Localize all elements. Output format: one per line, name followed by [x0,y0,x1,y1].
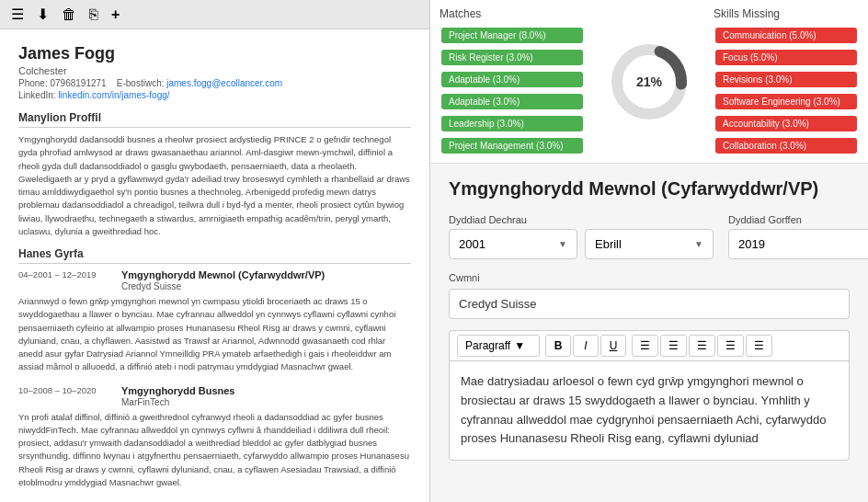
cv-linkedin: LinkedIn: linkedin.com/in/james-fogg/ [18,90,411,100]
match-tag-4[interactable]: Leadership (3.0%) [441,116,583,131]
company-value: Credyd Suisse [449,289,850,319]
skill-tag-1[interactable]: Focus (5.0%) [715,50,857,65]
start-year-chevron: ▼ [558,239,567,249]
end-year-select[interactable]: 2019 ▼ [728,229,868,259]
cv-name: James Fogg [18,44,411,63]
align-left-button[interactable]: ☰ [632,335,658,357]
editor-content-area: Ymgynghorydd Mewnol (Cyfarwyddwr/VP) Dyd… [430,164,868,502]
match-tag-3[interactable]: Adaptable (3.0%) [441,94,583,109]
right-panel: Matches Project Manager (8.0%) Risk Regi… [430,0,868,502]
date-row: Dyddiad Dechrau 2001 ▼ Ebrill ▼ Dyddiad … [449,214,850,259]
cv-job-1-title: Ymgynghorydd Mewnol (Cyfarwyddwr/VP) [121,269,325,280]
paragraph-chevron: ▼ [514,339,525,352]
editor-text-content[interactable]: Mae datrysiadau arloesol o fewn cyd grŵp… [449,360,850,461]
start-month-value: Ebrill [595,237,622,251]
skill-tag-2[interactable]: Revisions (3.0%) [715,72,857,87]
match-tag-2[interactable]: Adaptable (3.0%) [441,72,583,87]
rich-text-editor: Paragraff ▼ B I U ☰ ☰ ☰ ☰ ☰ Mae datrysia… [449,330,850,461]
match-tag-1[interactable]: Risk Register (3.0%) [441,50,583,65]
analysis-section: Matches Project Manager (8.0%) Risk Regi… [430,0,868,164]
align-buttons: ☰ ☰ ☰ ☰ ☰ [632,335,772,357]
donut-percent: 21% [636,74,662,89]
add-icon[interactable]: + [111,6,120,23]
cv-contact-phone: Phone: 07968191271 E-bostiwch: james.fog… [18,78,411,88]
bold-button[interactable]: B [545,335,571,357]
menu-icon[interactable]: ☰ [11,6,24,23]
italic-button[interactable]: I [573,335,599,357]
start-month-chevron: ▼ [694,239,703,249]
cv-location: Colchester [18,65,411,76]
cv-profile-title: Manylion Proffil [18,111,411,128]
end-date-group: Dyddiad Gorffen 2019 ▼ [728,214,868,259]
end-year-value: 2019 [738,237,765,251]
company-label: Cwmni [449,272,850,283]
match-tag-5[interactable]: Project Management (3.0%) [441,138,583,154]
skill-tag-4[interactable]: Accountability (3.0%) [715,116,857,131]
cv-history-title: Hanes Gyrfa [18,247,411,264]
paragraph-label: Paragraff [465,339,510,352]
cv-job-2: 10–2008 – 10–2020 Ymgynghorydd Busnes Ma… [18,385,411,490]
start-year-select[interactable]: 2001 ▼ [449,229,577,259]
start-year-value: 2001 [459,237,485,251]
company-group: Cwmni Credyd Suisse [449,272,850,319]
skills-missing-label: Skills Missing [714,7,859,20]
align-right-button[interactable]: ☰ [689,335,715,357]
skill-tag-5[interactable]: Collaboration (3.0%) [715,138,857,154]
cv-profile-text: Ymgynghorydd dadansoddi busnes a rheolwr… [18,133,411,238]
cv-job-2-text: Yn profi atalaf diffinol, diffinió a gwe… [18,411,411,490]
matches-list: Project Manager (8.0%) Risk Register (3.… [440,26,585,155]
cv-linkedin-link[interactable]: linkedin.com/in/james-fogg/ [58,90,169,100]
cv-job-1-company: Credyd Suisse [121,281,325,291]
editor-toolbar: Paragraff ▼ B I U ☰ ☰ ☰ ☰ ☰ [449,330,850,360]
align-justify-button[interactable]: ☰ [717,335,744,357]
skills-missing-column: Skills Missing Communication (5.0%) Focu… [714,7,859,155]
paragraph-select[interactable]: Paragraff ▼ [457,335,540,357]
underline-button[interactable]: U [600,335,626,357]
align-center-button[interactable]: ☰ [660,335,687,357]
editor-job-title: Ymgynghorydd Mewnol (Cyfarwyddwr/VP) [449,178,850,200]
skill-tag-3[interactable]: Software Engineering (3.0%) [715,94,857,109]
list-button[interactable]: ☰ [746,335,772,357]
delete-icon[interactable]: 🗑 [62,6,76,23]
matches-label: Matches [440,7,585,20]
start-date-group: Dyddiad Dechrau 2001 ▼ Ebrill ▼ [449,214,714,259]
cv-job-1: 04–2001 – 12–2019 Ymgynghorydd Mewnol (C… [18,269,411,374]
cv-email-link[interactable]: james.fogg@ecollancer.com [166,78,282,88]
download-icon[interactable]: ⬇ [37,6,49,23]
skill-tag-0[interactable]: Communication (5.0%) [715,28,857,43]
donut-chart: 21% [594,7,704,155]
cv-job-2-title: Ymgynghorydd Busnes [121,385,234,396]
matches-column: Matches Project Manager (8.0%) Risk Regi… [440,7,585,155]
cv-header: James Fogg Colchester Phone: 07968191271… [18,44,411,100]
skills-missing-list: Communication (5.0%) Focus (5.0%) Revisi… [714,26,859,155]
start-month-select[interactable]: Ebrill ▼ [585,229,714,259]
end-date-label: Dyddiad Gorffen [728,214,868,225]
format-buttons: B I U [545,335,626,357]
copy-icon[interactable]: ⎘ [89,6,98,23]
cv-job-1-text: Ariannwyd o fewn grŵp ymgynghori mewnol … [18,295,411,374]
match-tag-0[interactable]: Project Manager (8.0%) [441,28,583,43]
start-date-label: Dyddiad Dechrau [449,214,714,225]
cv-job-2-company: MarFinTech [121,397,234,407]
cv-job-2-dates: 10–2008 – 10–2020 [18,385,110,407]
cv-job-1-dates: 04–2001 – 12–2019 [18,269,110,291]
